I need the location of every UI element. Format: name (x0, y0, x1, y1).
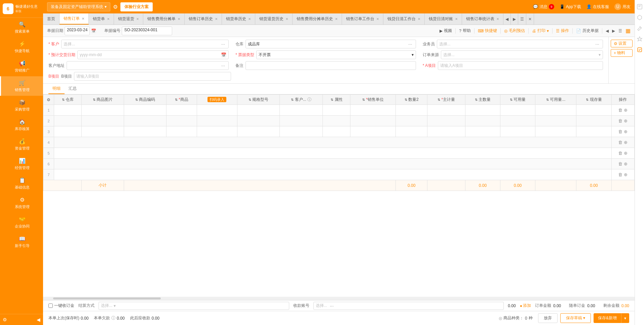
sidebar-item-operations[interactable]: 📊 经营管理 (0, 154, 43, 174)
sort-icon-2[interactable]: ⇅ (93, 98, 96, 101)
tab-close-2[interactable]: ✕ (248, 17, 251, 21)
toolbar-view[interactable]: ▶ 视频 (440, 28, 452, 34)
row-3-copy-icon[interactable]: ⊕ (624, 129, 628, 134)
tab-cash-workbench[interactable]: 钱贷日清工作台 ✕ (383, 13, 425, 25)
sidebar-item-sales[interactable]: 🛒 销售管理 (0, 76, 43, 96)
account-select[interactable]: 选择... ··· (313, 302, 504, 310)
tab-sales-goods[interactable]: 销货单 ✕ (89, 13, 114, 25)
delivery-calendar-icon[interactable]: 📅 (221, 52, 226, 57)
row-2-available[interactable] (500, 116, 535, 126)
row-1-copy-icon[interactable]: ⊕ (624, 108, 628, 113)
account-dots[interactable]: ··· (329, 303, 335, 309)
row-2-available2[interactable] (535, 116, 576, 126)
scan-button[interactable]: 扫码录入 (207, 97, 226, 102)
user-item[interactable]: U 用友 (614, 3, 631, 10)
row-3-spec[interactable] (237, 126, 279, 137)
sidebar-item-system[interactable]: ⚙ 系统管理 (0, 193, 43, 213)
tab-home[interactable]: 首页 (43, 13, 60, 25)
tab-close-8[interactable]: ✕ (496, 17, 499, 21)
sidebar-item-inventory[interactable]: 🏠 库存核算 (0, 115, 43, 135)
row-1-attribute[interactable] (323, 105, 350, 116)
tab-sales-order-close[interactable]: ✕ (82, 17, 84, 21)
tab-sales-goods-history[interactable]: 销货单历史 ✕ (222, 13, 255, 25)
one-click-checkbox[interactable] (48, 303, 53, 308)
tab-menu-btn[interactable]: ☰ (518, 13, 526, 25)
sort-icon-8[interactable]: ⇅ (362, 98, 365, 101)
tab-sales-return-history[interactable]: 销货退货历史 ✕ (255, 13, 293, 25)
row-6-copy-icon[interactable]: ⊕ (624, 161, 628, 166)
right-panel-icon-5[interactable] (636, 46, 644, 54)
toolbar-shortcut[interactable]: ⌨ 快捷键 (478, 28, 497, 34)
tab-close-1[interactable]: ✕ (215, 17, 218, 21)
order-source-input[interactable]: 选择... ▾ (441, 50, 603, 59)
col-settings[interactable]: ⚙ (43, 95, 54, 105)
tab-sales-stats[interactable]: 销售订单统计表 ✕ (462, 13, 503, 25)
tab-close-5[interactable]: ✕ (376, 17, 379, 21)
row-3-available[interactable] (500, 126, 535, 137)
scroll-bar[interactable] (43, 297, 635, 300)
one-click-label[interactable]: 一键收订金 (48, 303, 74, 309)
toolbar-history[interactable]: 📄 历史单据 (576, 28, 599, 34)
calendar-icon[interactable]: 📅 (91, 29, 96, 33)
number-value[interactable]: SO-20230324-001 (122, 27, 172, 35)
row-1-main-unit[interactable] (427, 105, 465, 116)
row-1-unit[interactable] (350, 105, 396, 116)
nav-prev-icon[interactable]: ◀ (606, 29, 609, 33)
tab-sales-workbench[interactable]: 销售订单工作台 ✕ (342, 13, 383, 25)
sort-icon-11[interactable]: ⇅ (475, 98, 478, 101)
row-4-empty[interactable] (54, 137, 612, 148)
tab-prev-btn[interactable]: ◀ (503, 13, 511, 25)
tab-close-6[interactable]: ✕ (418, 17, 420, 21)
row-2-attribute[interactable] (323, 116, 350, 126)
row-2-copy-icon[interactable]: ⊕ (624, 118, 628, 123)
row-2-image[interactable] (81, 116, 124, 126)
customer-input[interactable]: 选择... ··· (61, 40, 229, 48)
row-6-empty[interactable] (54, 159, 612, 169)
row-1-available2[interactable] (535, 105, 576, 116)
customer-dots[interactable]: ··· (220, 41, 227, 47)
tab-close-4[interactable]: ✕ (335, 17, 338, 21)
invoice-select[interactable]: 不开票 ▾ (256, 50, 416, 59)
add-payment-btn[interactable]: ● 添加 (520, 303, 531, 309)
settings-icon[interactable]: ⚙ (47, 97, 50, 102)
address-input[interactable]: ··· (67, 61, 229, 70)
row-3-attribute[interactable] (323, 126, 350, 137)
sort-icon-12[interactable]: ⇅ (510, 98, 513, 101)
toolbar-profit[interactable]: ◎ 毛利预估 (504, 28, 525, 34)
tab-sales-cost-history[interactable]: 销售费用分摊单历史 ✕ (293, 13, 342, 25)
row-2-spec[interactable] (237, 116, 279, 126)
sort-icon-5[interactable]: ⇅ (249, 98, 251, 101)
detail-tab-summary[interactable]: 汇总 (65, 84, 81, 94)
sort-icon[interactable]: ⇅ (62, 98, 65, 101)
business-input[interactable]: 选择... ··· (437, 40, 603, 48)
row-1-warehouse[interactable] (54, 105, 82, 116)
save-draft-button[interactable]: 保存草稿 ▾ (560, 313, 591, 323)
row-5-delete-icon[interactable]: 🗑 (618, 151, 622, 156)
sort-icon-4[interactable]: ⇅ (175, 98, 178, 101)
payment-method-select[interactable]: 选择... ▾ (99, 302, 289, 310)
row-1-image[interactable] (81, 105, 124, 116)
tab-sales-cost[interactable]: 销售费用分摊单 ✕ (143, 13, 185, 25)
tab-sales-cost-close[interactable]: ✕ (178, 17, 180, 21)
delivery-input[interactable]: yyyy-mm-dd 📅 (77, 50, 229, 59)
row-1-product[interactable] (166, 105, 197, 116)
row-7-copy-icon[interactable]: ⊕ (624, 172, 628, 177)
row-6-delete-icon[interactable]: 🗑 (618, 161, 622, 166)
nav-next-icon[interactable]: ▶ (612, 29, 615, 33)
list-view-icon[interactable]: ☰ (618, 29, 622, 33)
toolbar-help[interactable]: ? 帮助 (459, 28, 471, 34)
sort-icon-9[interactable]: ⇅ (405, 98, 407, 101)
row-2-customer-code[interactable] (279, 116, 323, 126)
a-project-input[interactable]: 请输入A项目 (438, 61, 603, 70)
address-dots[interactable]: ··· (220, 63, 227, 68)
settings-bottom-icon[interactable]: ⚙ (3, 317, 7, 322)
tab-next-btn[interactable]: ▶ (511, 13, 518, 25)
row-3-delete-icon[interactable]: 🗑 (618, 129, 622, 134)
row-2-unit[interactable] (350, 116, 396, 126)
row-3-code[interactable] (124, 126, 166, 137)
toolbar-operation[interactable]: ☰ 操作 (556, 28, 569, 34)
sidebar-item-search[interactable]: 🔍 搜索菜单 (0, 18, 43, 37)
date-value[interactable]: 2023-03-24 (65, 27, 90, 35)
solution-button[interactable]: 体验行业方案 (120, 2, 153, 11)
row-3-unit[interactable] (350, 126, 396, 137)
